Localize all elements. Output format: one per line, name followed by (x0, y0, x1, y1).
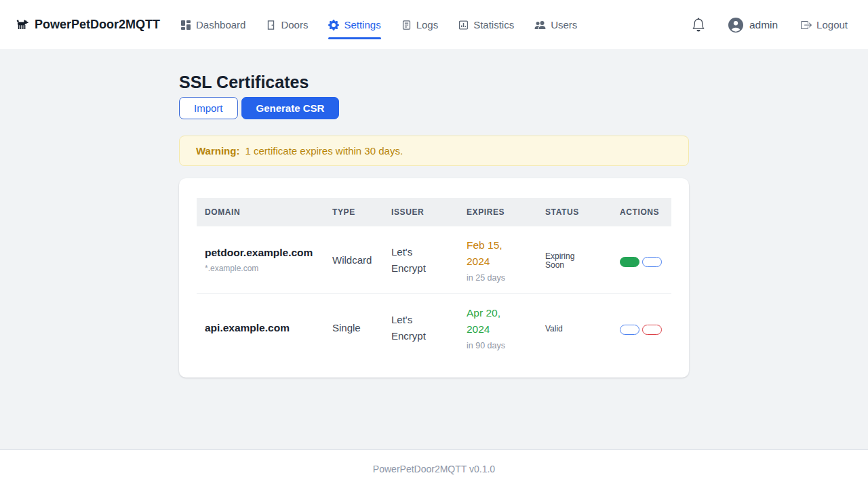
logout-label: Logout (816, 19, 848, 30)
warning-message: 1 certificate expires within 30 days. (245, 145, 403, 157)
cert-status: Valid (545, 325, 583, 333)
nav-item-dashboard[interactable]: Dashboard (180, 0, 245, 50)
cert-action-button-blue[interactable] (620, 325, 639, 335)
nav-item-logs[interactable]: Logs (401, 0, 439, 50)
import-button[interactable]: Import (179, 97, 238, 119)
column-header-type: TYPE (324, 198, 383, 226)
top-navigation-bar: PowerPetDoor2MQTT Dashboard Doors (0, 0, 868, 50)
footer-version-text: PowerPetDoor2MQTT v0.1.0 (373, 464, 495, 474)
footer: PowerPetDoor2MQTT v0.1.0 (0, 449, 868, 488)
warning-prefix: Warning: (196, 145, 239, 157)
cert-issuer: Let's Encrypt (391, 312, 440, 344)
cert-action-button-red[interactable] (642, 325, 662, 335)
main-nav: Dashboard Doors Settings (180, 0, 577, 50)
dashboard-icon (180, 20, 191, 30)
nav-item-settings[interactable]: Settings (328, 0, 380, 50)
warning-banner: Warning:1 certificate expires within 30 … (179, 136, 689, 166)
cert-expires-date: Feb 15, 2024 (467, 237, 511, 270)
nav-label: Users (551, 19, 577, 30)
bell-icon (692, 18, 705, 32)
brand-title: PowerPetDoor2MQTT (35, 18, 160, 32)
logs-icon (401, 20, 412, 30)
dog-logo-icon (16, 20, 28, 30)
brand: PowerPetDoor2MQTT (16, 18, 160, 32)
cert-domain-alt: *.example.com (205, 264, 316, 273)
notifications-bell-button[interactable] (692, 18, 705, 32)
nav-item-doors[interactable]: Doors (266, 0, 308, 50)
certificates-card: DOMAIN TYPE ISSUER EXPIRES STATUS ACTION… (179, 178, 689, 378)
column-header-status: STATUS (537, 198, 612, 226)
user-menu[interactable]: admin (728, 18, 778, 33)
main-content: SSL Certificates Import Generate CSR War… (0, 50, 868, 449)
cert-expires-relative: in 25 days (467, 273, 529, 283)
nav-label: Logs (416, 19, 439, 30)
nav-label: Doors (281, 19, 308, 30)
logout-icon (801, 20, 812, 30)
door-icon (266, 20, 276, 30)
cert-action-button-green[interactable] (620, 257, 639, 267)
cert-domain: api.example.com (205, 322, 316, 334)
users-icon (534, 20, 546, 30)
page-title: SSL Certificates (179, 50, 689, 92)
nav-label: Settings (344, 19, 380, 30)
page-actions: Import Generate CSR (179, 97, 689, 119)
cert-expires-relative: in 90 days (467, 341, 529, 350)
column-header-expires: EXPIRES (458, 198, 537, 226)
column-header-actions: ACTIONS (612, 198, 671, 226)
cert-expires-date: Apr 20, 2024 (467, 305, 511, 338)
certificates-table: DOMAIN TYPE ISSUER EXPIRES STATUS ACTION… (197, 198, 671, 361)
nav-label: Dashboard (196, 19, 245, 30)
logout-button[interactable]: Logout (801, 19, 848, 30)
statistics-icon (458, 20, 469, 30)
cert-issuer: Let's Encrypt (391, 244, 440, 276)
cert-actions (620, 325, 663, 335)
cert-action-button-blue[interactable] (642, 257, 662, 267)
certificate-row: api.example.com Single Let's Encrypt Apr… (197, 294, 671, 362)
certificate-row: petdoor.example.com *.example.com Wildca… (197, 226, 671, 294)
cert-status: Expiring Soon (545, 252, 583, 270)
cert-domain: petdoor.example.com (205, 247, 316, 259)
table-header-row: DOMAIN TYPE ISSUER EXPIRES STATUS ACTION… (197, 198, 671, 226)
cert-type: Single (324, 294, 383, 362)
nav-item-statistics[interactable]: Statistics (458, 0, 514, 50)
avatar-icon (728, 18, 743, 33)
username: admin (749, 19, 778, 31)
nav-item-users[interactable]: Users (534, 0, 577, 50)
nav-label: Statistics (473, 19, 514, 30)
topbar-right: admin Logout (692, 18, 848, 33)
column-header-issuer: ISSUER (383, 198, 458, 226)
gear-icon (328, 20, 339, 30)
cert-type: Wildcard (324, 226, 383, 294)
generate-csr-button[interactable]: Generate CSR (241, 97, 340, 119)
cert-actions (620, 257, 663, 267)
column-header-domain: DOMAIN (197, 198, 324, 226)
